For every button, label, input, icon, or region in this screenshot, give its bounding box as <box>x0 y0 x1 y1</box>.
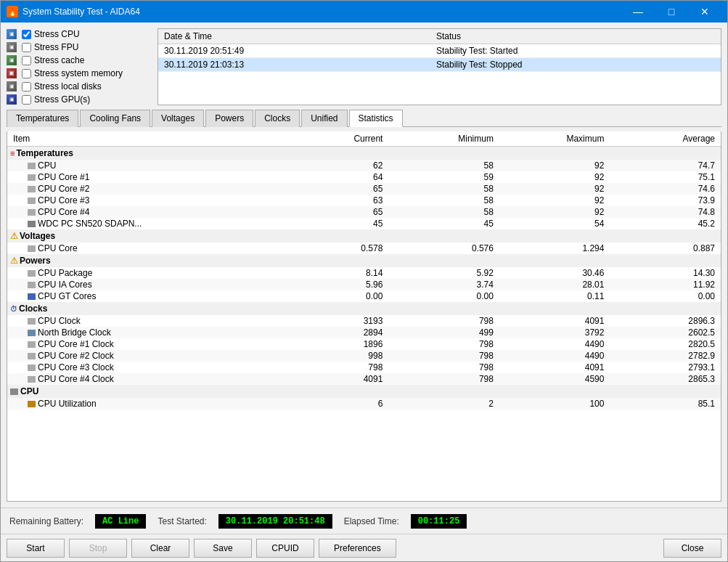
mem-icon: ▣ <box>7 68 17 78</box>
section-header-row: ⚠Voltages <box>7 229 721 243</box>
row-maximum: 30.46 <box>499 267 610 279</box>
test-started-value: 30.11.2019 20:51:48 <box>218 514 332 529</box>
row-label: CPU <box>7 160 278 171</box>
row-minimum: 5.92 <box>388 267 499 279</box>
disk-icon: ▣ <box>7 81 17 91</box>
row-average: 74.6 <box>610 183 721 195</box>
row-label: CPU Clock <box>7 315 278 327</box>
data-row: CPU Utilization 6 2 100 85.1 <box>7 398 721 410</box>
log-datetime: 30.11.2019 20:51:49 <box>158 44 430 58</box>
row-current: 8.14 <box>278 267 389 279</box>
row-minimum: 59 <box>388 171 499 183</box>
log-row: 30.11.2019 20:51:49Stability Test: Start… <box>158 44 721 58</box>
row-average: 74.7 <box>610 160 721 171</box>
preferences-button[interactable]: Preferences <box>319 539 396 558</box>
data-row: CPU GT Cores 0.00 0.00 0.11 0.00 <box>7 290 721 302</box>
stress-mem-checkbox[interactable] <box>22 69 31 78</box>
start-button[interactable]: Start <box>7 539 65 558</box>
window-controls: — □ ✕ <box>621 1 721 23</box>
row-current: 6 <box>278 398 389 410</box>
row-maximum: 0.11 <box>499 290 610 302</box>
close-window-button[interactable]: ✕ <box>688 1 721 23</box>
log-row: 30.11.2019 21:03:13Stability Test: Stopp… <box>158 58 721 72</box>
col-maximum: Maximum <box>499 131 610 147</box>
section-header-row: ⚠Powers <box>7 254 721 267</box>
stress-gpu-label: Stress GPU(s) <box>34 94 90 105</box>
save-button[interactable]: Save <box>194 539 252 558</box>
stress-fpu-checkbox[interactable] <box>22 43 31 52</box>
data-row: CPU Core #1 64 59 92 75.1 <box>7 171 721 183</box>
row-current: 63 <box>278 195 389 206</box>
elapsed-label: Elapsed Time: <box>344 516 399 526</box>
row-minimum: 798 <box>388 315 499 327</box>
stress-mem-option: ▣ Stress system memory <box>7 68 152 79</box>
minimize-button[interactable]: — <box>621 1 655 23</box>
row-label: North Bridge Clock <box>7 327 278 338</box>
log-table: Date & Time Status 30.11.2019 20:51:49St… <box>158 29 721 72</box>
row-minimum: 58 <box>388 183 499 195</box>
tab-unified[interactable]: Unified <box>301 110 347 127</box>
row-average: 2793.1 <box>610 362 721 373</box>
stop-button[interactable]: Stop <box>69 539 127 558</box>
row-maximum: 1.294 <box>499 243 610 254</box>
stress-gpu-checkbox[interactable] <box>22 95 31 105</box>
gpu-icon: ▣ <box>7 94 17 105</box>
stress-options-panel: ▣ Stress CPU ▣ Stress FPU ▣ Stress cache… <box>7 28 152 105</box>
clear-button[interactable]: Clear <box>131 539 189 558</box>
row-current: 64 <box>278 171 389 183</box>
stress-cpu-checkbox[interactable] <box>22 30 31 39</box>
row-minimum: 58 <box>388 160 499 171</box>
row-maximum: 4091 <box>499 362 610 373</box>
tab-temperatures[interactable]: Temperatures <box>7 110 78 127</box>
row-current: 2894 <box>278 327 389 338</box>
log-status: Stability Test: Stopped <box>430 58 721 72</box>
tab-powers[interactable]: Powers <box>205 110 253 127</box>
row-average: 2602.5 <box>610 327 721 338</box>
row-average: 0.887 <box>610 243 721 254</box>
row-label: CPU Core #2 Clock <box>7 350 278 362</box>
log-panel: Date & Time Status 30.11.2019 20:51:49St… <box>158 28 721 105</box>
data-table-wrapper[interactable]: Item Current Minimum Maximum Average ≡Te… <box>7 131 721 501</box>
section-label: CPU <box>7 385 721 398</box>
data-row: WDC PC SN520 SDAPN... 45 45 54 45.2 <box>7 218 721 229</box>
data-row: CPU Clock 3193 798 4091 2896.3 <box>7 315 721 327</box>
maximize-button[interactable]: □ <box>655 1 688 23</box>
tab-voltages[interactable]: Voltages <box>152 110 204 127</box>
row-minimum: 3.74 <box>388 279 499 290</box>
row-current: 3193 <box>278 315 389 327</box>
stress-cache-checkbox[interactable] <box>22 56 31 65</box>
section-header-row: ≡Temperatures <box>7 147 721 160</box>
row-label: CPU Core #3 <box>7 195 278 206</box>
row-label: CPU Package <box>7 267 278 279</box>
row-minimum: 2 <box>388 398 499 410</box>
row-minimum: 798 <box>388 362 499 373</box>
row-average: 74.8 <box>610 206 721 218</box>
main-window: 🔥 System Stability Test - AIDA64 — □ ✕ ▣… <box>0 0 728 562</box>
cpuid-button[interactable]: CPUID <box>256 539 314 558</box>
row-average: 45.2 <box>610 218 721 229</box>
row-maximum: 54 <box>499 218 610 229</box>
close-button[interactable]: Close <box>663 539 721 558</box>
data-row: CPU Core #2 65 58 92 74.6 <box>7 183 721 195</box>
cache-icon: ▣ <box>7 55 17 65</box>
row-label: CPU Core #1 Clock <box>7 338 278 350</box>
stress-gpu-option: ▣ Stress GPU(s) <box>7 94 152 105</box>
tab-clocks[interactable]: Clocks <box>255 110 300 127</box>
row-current: 1896 <box>278 338 389 350</box>
tab-cooling-fans[interactable]: Cooling Fans <box>80 110 150 127</box>
row-label: WDC PC SN520 SDAPN... <box>7 218 278 229</box>
row-minimum: 798 <box>388 350 499 362</box>
tab-statistics[interactable]: Statistics <box>349 110 403 127</box>
row-maximum: 92 <box>499 171 610 183</box>
data-row: CPU Core #2 Clock 998 798 4490 2782.9 <box>7 350 721 362</box>
statistics-table: Item Current Minimum Maximum Average ≡Te… <box>7 131 721 410</box>
row-maximum: 4590 <box>499 373 610 385</box>
log-col-datetime: Date & Time <box>158 29 430 44</box>
stress-disk-checkbox[interactable] <box>22 82 31 91</box>
row-current: 0.578 <box>278 243 389 254</box>
col-average: Average <box>610 131 721 147</box>
row-current: 65 <box>278 206 389 218</box>
data-row: CPU Core #1 Clock 1896 798 4490 2820.5 <box>7 338 721 350</box>
row-label: CPU Core #4 Clock <box>7 373 278 385</box>
row-current: 65 <box>278 183 389 195</box>
